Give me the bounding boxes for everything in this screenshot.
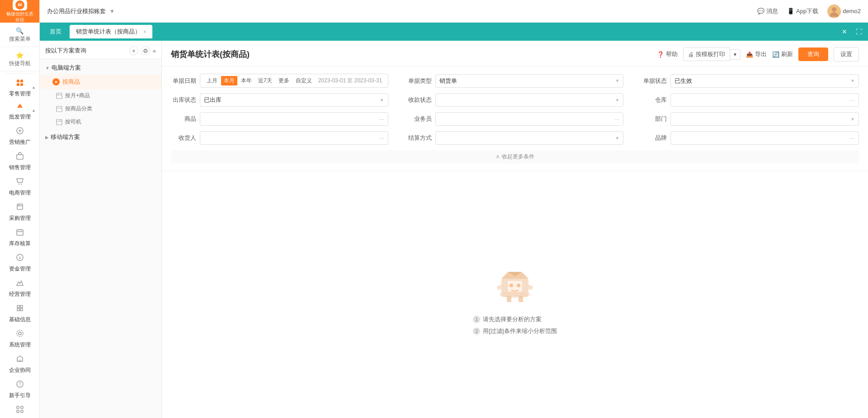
filter-dept-control[interactable]: ▼ — [670, 112, 859, 126]
left-panel-actions: + ⚙ « — [129, 46, 156, 55]
tab-close-window-btn[interactable]: ✕ — [839, 26, 850, 37]
query-btn[interactable]: 查询 — [798, 48, 828, 61]
collapse-panel-btn[interactable]: « — [153, 48, 156, 54]
svg-rect-14 — [20, 305, 23, 308]
tab-close-icon[interactable]: × — [143, 29, 146, 34]
message-icon: 💬 — [757, 8, 764, 14]
sidebar-item-purchase[interactable]: 采购管理 — [0, 198, 39, 223]
sidebar-item-inventory[interactable]: 库存核算 — [0, 223, 39, 248]
tab-bar: 首页 销货单统计表（按商品） × ✕ ⛶ — [40, 23, 868, 41]
add-scheme-btn[interactable]: + — [129, 46, 138, 55]
sidebar-item-basic[interactable]: 基础信息 — [0, 299, 39, 324]
header-title: 办公用品行业模拟账套 — [47, 7, 106, 15]
pc-scheme-group-header[interactable]: ▼ 电脑端方案 — [40, 61, 161, 75]
export-btn[interactable]: 📤 导出 — [746, 50, 767, 58]
page-actions: ❓ 帮助 🖨 按模板打印 ▼ 📤 导出 — [657, 47, 859, 62]
date-range-control[interactable]: 上月 本月 本年 近7天 更多 自定义 2023-03-01 至 2023-03… — [200, 74, 388, 88]
sidebar-item-guide-label: 新手引导 — [9, 392, 31, 399]
filter-recipient-control[interactable]: ··· — [200, 131, 388, 145]
filter-goods-dots[interactable]: ··· — [379, 115, 384, 123]
sidebar-item-sales-label: 销售管理 — [9, 164, 31, 171]
inventory-icon — [14, 226, 26, 238]
svg-rect-40 — [519, 296, 523, 302]
date-tab-more[interactable]: 更多 — [276, 76, 292, 86]
svg-rect-25 — [21, 410, 23, 413]
refresh-btn[interactable]: 🔄 刷新 — [772, 50, 793, 58]
filter-area: 单据日期 上月 本月 本年 近7天 更多 自定义 2023-03-01 至 20… — [162, 66, 868, 171]
sidebar-item-guide[interactable]: ? 新手引导 — [0, 375, 39, 400]
message-btn[interactable]: 💬 消息 — [757, 7, 778, 15]
page-content: 按以下方案查询 + ⚙ « ▼ 电脑端方案 — [40, 41, 868, 418]
filter-dept-arrow: ▼ — [850, 117, 855, 122]
mobile-scheme-group[interactable]: ▶ 移动端方案 — [40, 130, 161, 144]
date-tab-last-month[interactable]: 上月 — [204, 76, 220, 86]
date-tabs: 上月 本月 本年 近7天 更多 自定义 — [204, 76, 315, 86]
logo-text: 畅捷信好生意 — [6, 11, 33, 17]
filter-doc-status-value: 已生效 — [675, 77, 849, 85]
svg-rect-9 — [17, 204, 23, 209]
sidebar-item-marketing[interactable]: 营销推广 — [0, 122, 39, 147]
filter-staff-control[interactable]: ··· — [435, 112, 624, 126]
scheme-subitem-category[interactable]: 按商品分类 — [40, 102, 161, 115]
filter-recipient-label: 收货人 — [171, 134, 196, 142]
filter-doc-type-control[interactable]: 销货单 ▼ — [435, 74, 624, 88]
filter-receive-status-control[interactable]: ▼ — [435, 93, 624, 107]
sales-icon — [14, 150, 26, 162]
scheme-subitem-driver[interactable]: 按司机 — [40, 115, 161, 128]
sidebar-logo[interactable]: 畅捷信好生意 标版 — [0, 0, 39, 23]
logo-icon — [13, 0, 27, 10]
sidebar-item-operation[interactable]: 经营管理 — [0, 274, 39, 299]
svg-point-37 — [509, 284, 513, 287]
tab-bar-right: ✕ ⛶ — [839, 26, 864, 37]
sidebar-item-ecommerce[interactable]: 电商管理 — [0, 172, 39, 198]
print-btn[interactable]: 🖨 按模板打印 — [683, 48, 730, 61]
filter-warehouse-control[interactable]: ··· — [670, 93, 859, 107]
tab-fullscreen-btn[interactable]: ⛶ — [854, 26, 864, 37]
tab-home[interactable]: 首页 — [43, 25, 68, 38]
sidebar-item-retail[interactable]: 零售管理 ▲ — [0, 76, 39, 99]
filter-out-status-control[interactable]: 已出库 ▼ — [200, 93, 388, 107]
filter-doc-status: 单据状态 已生效 ▼ — [642, 74, 859, 88]
filter-goods-control[interactable]: ··· — [200, 112, 388, 126]
settings-btn[interactable]: 设置 — [834, 47, 859, 62]
app-download-label: App下载 — [796, 7, 818, 15]
app-download-btn[interactable]: 📱 App下载 — [787, 7, 818, 15]
header-dropdown[interactable]: ▼ — [109, 8, 115, 14]
svg-rect-16 — [20, 309, 23, 311]
filter-brand-dots[interactable]: ··· — [849, 134, 855, 142]
sidebar-item-system[interactable]: 系统管理 — [0, 324, 39, 350]
settings-scheme-btn[interactable]: ⚙ — [141, 46, 150, 55]
date-tab-custom[interactable]: 自定义 — [293, 76, 315, 86]
sidebar-search[interactable]: 🔍 搜索菜单 — [0, 23, 39, 47]
date-tab-7days[interactable]: 近7天 — [255, 76, 275, 86]
filter-warehouse-dots[interactable]: ··· — [849, 96, 855, 104]
print-arrow-btn[interactable]: ▼ — [730, 49, 741, 60]
print-icon: 🖨 — [688, 51, 694, 58]
filter-brand-control[interactable]: ··· — [670, 131, 859, 145]
sidebar-item-enterprise[interactable]: 企业协同 — [0, 350, 39, 375]
sidebar-item-appstore[interactable]: 应用中心 — [0, 400, 39, 418]
sidebar-item-sales[interactable]: 销售管理 — [0, 147, 39, 172]
sidebar-item-retail-label: 零售管理 — [9, 90, 31, 98]
filter-staff-dots[interactable]: ··· — [614, 115, 620, 123]
filter-receive-status: 收款状态 ▼ — [406, 93, 624, 107]
mobile-scheme-group-label: 移动端方案 — [51, 133, 80, 141]
scheme-item-by-goods[interactable]: ● 按商品 — [40, 75, 161, 89]
filter-doc-status-control[interactable]: 已生效 ▼ — [670, 74, 859, 88]
top-header: 办公用品行业模拟账套 ▼ 💬 消息 📱 App下载 demo2 — [40, 0, 868, 23]
filter-recipient-dots[interactable]: ··· — [379, 134, 384, 142]
scheme-subitem-month-goods[interactable]: 按月+商品 — [40, 89, 161, 102]
sidebar-item-wholesale[interactable]: 批发管理 ▲ — [0, 99, 39, 122]
user-avatar-btn[interactable]: demo2 — [827, 5, 861, 18]
filter-doc-type-arrow: ▼ — [615, 78, 619, 83]
sidebar-item-finance[interactable]: ¥ 资金管理 — [0, 248, 39, 274]
sidebar-quick-nav[interactable]: ⭐ 快捷导航 — [0, 47, 39, 71]
tab-active[interactable]: 销货单统计表（按商品） × — [70, 25, 152, 38]
help-btn[interactable]: ❓ 帮助 — [657, 50, 678, 58]
svg-rect-31 — [57, 93, 62, 99]
date-tab-this-year[interactable]: 本年 — [238, 76, 255, 86]
date-tab-this-month[interactable]: 本月 — [221, 76, 237, 86]
filter-settlement-control[interactable]: ▼ — [435, 131, 624, 145]
collapse-conditions-btn[interactable]: ∧ 收起更多条件 — [171, 150, 859, 163]
filter-out-status-label: 出库状态 — [171, 96, 196, 104]
